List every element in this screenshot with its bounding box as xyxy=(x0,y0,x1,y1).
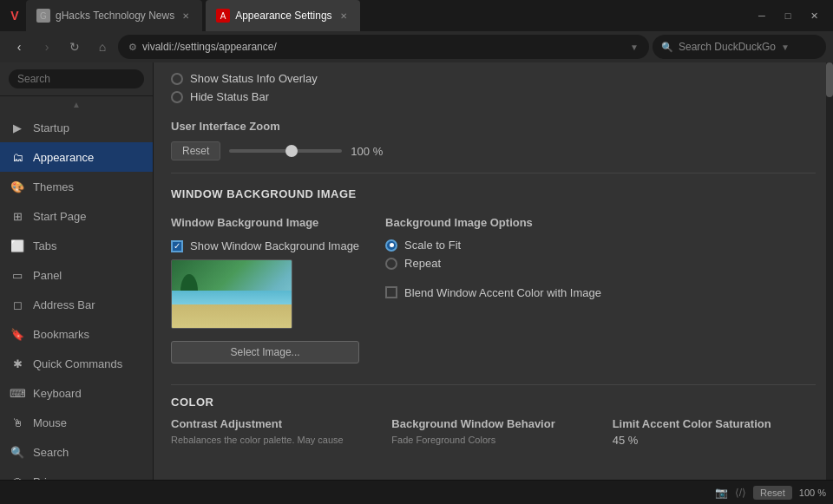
repeat-label: Repeat xyxy=(404,257,441,270)
sidebar-item-bookmarks[interactable]: 🔖 Bookmarks xyxy=(0,319,153,349)
sidebar-item-address-bar-label: Address Bar xyxy=(33,298,95,311)
sidebar-item-mouse[interactable]: 🖱 Mouse xyxy=(0,408,153,437)
bg-preview-image xyxy=(171,259,292,329)
tab-ghacks-icon: G xyxy=(36,9,50,23)
sidebar-item-themes[interactable]: 🎨 Themes xyxy=(0,172,153,201)
camera-icon[interactable]: 📷 xyxy=(715,487,728,499)
show-overlay-radio[interactable] xyxy=(171,73,183,85)
bg-window-col: Background Window Behavior Fade Foregrou… xyxy=(391,417,594,447)
window-controls: ─ □ ✕ xyxy=(750,7,833,24)
accent-saturation-value: 45 % xyxy=(613,434,816,447)
tab-ghacks-close[interactable]: ✕ xyxy=(180,10,192,22)
sidebar-item-mouse-label: Mouse xyxy=(33,416,67,429)
minimize-button[interactable]: ─ xyxy=(750,7,774,24)
close-button[interactable]: ✕ xyxy=(802,7,826,24)
scale-to-fit-option[interactable]: Scale to Fit xyxy=(385,236,816,254)
sidebar-item-panel-label: Panel xyxy=(33,269,62,282)
show-window-bg-checkbox[interactable] xyxy=(171,240,183,252)
blend-label: Blend Window Accent Color with Image xyxy=(404,286,601,301)
zoom-reset-button[interactable]: Reset xyxy=(171,141,220,160)
tab-appearance-close[interactable]: ✕ xyxy=(338,10,350,22)
bottom-bar: 📷 ⟨/⟩ Reset 100 % xyxy=(0,480,833,504)
address-dropdown-icon[interactable]: ▼ xyxy=(630,43,639,52)
select-image-button[interactable]: Select Image... xyxy=(171,341,359,363)
zoom-slider-track[interactable] xyxy=(229,149,342,153)
window-bg-title: WINDOW BACKGROUND IMAGE xyxy=(171,187,816,200)
sidebar-item-start-page-label: Start Page xyxy=(33,210,86,223)
search-bar[interactable]: 🔍 Search DuckDuckGo ▼ xyxy=(653,35,826,59)
tab-appearance-label: Appearance Settings xyxy=(235,10,331,22)
blend-row: Blend Window Accent Color with Image xyxy=(385,286,816,301)
home-button[interactable]: ⌂ xyxy=(90,35,115,59)
window-bg-row: Window Background Image Show Window Back… xyxy=(171,209,816,370)
preview-water xyxy=(172,291,292,304)
hide-status-bar-label: Hide Status Bar xyxy=(190,90,269,103)
zoom-value-label: 100 % xyxy=(351,145,383,158)
sidebar-item-startup-label: Startup xyxy=(33,121,69,134)
sidebar-item-appearance[interactable]: 🗂 Appearance xyxy=(0,142,153,172)
sidebar-item-startup[interactable]: ▶ Startup xyxy=(0,113,153,142)
vivaldi-logo: V xyxy=(7,8,23,23)
scale-to-fit-label: Scale to Fit xyxy=(404,239,461,252)
status-row-hide-bar: Hide Status Bar xyxy=(171,88,816,106)
code-icon[interactable]: ⟨/⟩ xyxy=(735,487,746,499)
scrollbar-thumb[interactable] xyxy=(826,62,833,97)
contrast-subtitle: Rebalances the color palette. May cause xyxy=(171,434,374,446)
sidebar-item-appearance-label: Appearance xyxy=(33,151,94,164)
maximize-button[interactable]: □ xyxy=(776,7,800,24)
repeat-option[interactable]: Repeat xyxy=(385,254,816,272)
show-window-bg-row[interactable]: Show Window Background Image xyxy=(171,239,359,252)
sidebar-item-quick-commands[interactable]: ✱ Quick Commands xyxy=(0,349,153,378)
sidebar-search[interactable] xyxy=(0,62,153,96)
sidebar: ▲ ▶ Startup 🗂 Appearance 🎨 Themes ⊞ Star… xyxy=(0,62,154,504)
sidebar-item-keyboard[interactable]: ⌨ Keyboard xyxy=(0,378,153,408)
sidebar-item-themes-label: Themes xyxy=(33,180,74,193)
zoom-section: User Interface Zoom Reset 100 % xyxy=(171,111,816,164)
sidebar-item-search-label: Search xyxy=(33,446,69,459)
scale-to-fit-radio[interactable] xyxy=(385,239,397,252)
appearance-icon: 🗂 xyxy=(10,150,24,164)
content-area: Show Status Info Overlay Hide Status Bar… xyxy=(154,62,833,504)
hide-status-bar-radio[interactable] xyxy=(171,91,183,103)
bookmarks-icon: 🔖 xyxy=(10,327,24,341)
zoom-row: Reset 100 % xyxy=(171,138,816,164)
zoom-slider-thumb[interactable] xyxy=(285,145,298,157)
reload-button[interactable]: ↻ xyxy=(62,35,87,59)
content-scroll: Show Status Info Overlay Hide Status Bar… xyxy=(154,62,833,464)
sidebar-item-panel[interactable]: ▭ Panel xyxy=(0,260,153,290)
back-button[interactable]: ‹ xyxy=(7,35,31,59)
sidebar-search-input[interactable] xyxy=(9,69,144,88)
search-bar-placeholder: Search DuckDuckGo xyxy=(679,41,776,53)
bottom-reset-button[interactable]: Reset xyxy=(753,486,792,500)
status-row-overlay: Show Status Info Overlay xyxy=(171,69,816,88)
sidebar-item-tabs-label: Tabs xyxy=(33,239,56,252)
sidebar-item-quick-commands-label: Quick Commands xyxy=(33,357,122,370)
address-scheme: ⚙ xyxy=(128,42,137,53)
contrast-col: Contrast Adjustment Rebalances the color… xyxy=(171,417,374,447)
zoom-section-title: User Interface Zoom xyxy=(171,111,816,138)
bg-options: Background Image Options Scale to Fit Re… xyxy=(385,216,816,363)
title-bar-left: V G gHacks Technology News ✕ A Appearanc… xyxy=(0,0,367,31)
tab-appearance[interactable]: A Appearance Settings ✕ xyxy=(206,0,359,31)
sidebar-item-address-bar[interactable]: ◻ Address Bar xyxy=(0,290,153,319)
sidebar-item-bookmarks-label: Bookmarks xyxy=(33,328,89,341)
sidebar-item-tabs[interactable]: ⬜ Tabs xyxy=(0,231,153,260)
sidebar-item-start-page[interactable]: ⊞ Start Page xyxy=(0,201,153,231)
address-bar[interactable]: ⚙ vivaldi://settings/appearance/ ▼ xyxy=(118,35,649,59)
nav-bar: ‹ › ↻ ⌂ ⚙ vivaldi://settings/appearance/… xyxy=(0,31,833,62)
color-section-title: COLOR xyxy=(171,396,816,409)
search-engine-icon: 🔍 xyxy=(661,42,673,53)
title-bar: V G gHacks Technology News ✕ A Appearanc… xyxy=(0,0,833,31)
address-bar-icon: ◻ xyxy=(10,298,24,311)
show-overlay-label: Show Status Info Overlay xyxy=(190,72,318,85)
repeat-radio[interactable] xyxy=(385,258,397,270)
forward-button[interactable]: › xyxy=(35,35,59,59)
blend-checkbox[interactable] xyxy=(385,286,397,298)
sidebar-item-search[interactable]: 🔍 Search xyxy=(0,437,153,467)
sidebar-item-keyboard-label: Keyboard xyxy=(33,387,82,400)
search-dropdown-icon[interactable]: ▼ xyxy=(781,43,790,52)
tab-ghacks[interactable]: G gHacks Technology News ✕ xyxy=(26,0,202,31)
tab-ghacks-label: gHacks Technology News xyxy=(56,10,174,22)
accent-saturation-col: Limit Accent Color Saturation 45 % xyxy=(613,417,816,447)
sidebar-scroll-up: ▲ xyxy=(0,96,153,113)
